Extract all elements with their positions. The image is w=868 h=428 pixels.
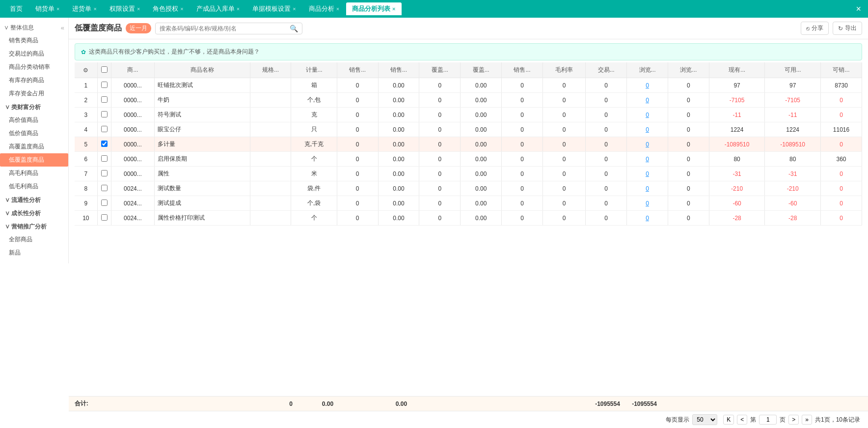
- row-spec: [250, 196, 291, 211]
- nav-close-role[interactable]: ×: [180, 6, 183, 12]
- sidebar-collapse-btn[interactable]: «: [61, 24, 64, 31]
- nav-home[interactable]: 首页: [4, 2, 28, 15]
- nav-close-permissions[interactable]: ×: [137, 6, 140, 12]
- nav-purchase[interactable]: 进货单 ×: [66, 2, 102, 15]
- row-name: 旺铺批次测试: [155, 78, 250, 93]
- next-page-btn[interactable]: >: [788, 415, 799, 425]
- table-row: 30000...符号测试克00.0000.0000000-11-110: [75, 108, 862, 122]
- date-tag[interactable]: 近一月: [126, 23, 151, 33]
- nav-product-analysis[interactable]: 商品分析 ×: [303, 2, 345, 15]
- per-page-select[interactable]: 20 50 100: [692, 414, 717, 425]
- nav-close-all-btn[interactable]: ×: [853, 4, 864, 14]
- row-checkbox[interactable]: [97, 181, 111, 196]
- row-view1[interactable]: 0: [627, 122, 668, 137]
- nav-close-analysis-list[interactable]: ×: [392, 6, 395, 12]
- sidebar-section-growth[interactable]: ∨ 成长性分析: [0, 206, 68, 220]
- row-sales-qty: 0: [337, 122, 378, 137]
- row-view2: 0: [668, 108, 709, 122]
- sidebar-item-high-coverage[interactable]: 高覆盖度商品: [0, 140, 68, 153]
- last-page-btn[interactable]: »: [802, 415, 812, 425]
- row-checkbox[interactable]: [97, 167, 111, 181]
- sidebar-item-capital[interactable]: 库存资金占用: [0, 87, 68, 100]
- page-label-before: 第: [750, 416, 756, 424]
- row-stock2: -7105: [765, 93, 821, 108]
- sidebar-item-high-margin[interactable]: 高毛利商品: [0, 167, 68, 180]
- row-trade: 0: [586, 108, 627, 122]
- row-unit: 克: [291, 108, 337, 122]
- row-checkbox[interactable]: [97, 108, 111, 122]
- table-row: 70000...属性米00.0000.0000000-31-310: [75, 167, 862, 181]
- nav-analysis-list[interactable]: 商品分析列表 ×: [346, 2, 401, 15]
- sidebar-section-liquidity[interactable]: ∨ 流通性分析: [0, 193, 68, 206]
- row-checkbox[interactable]: [97, 196, 111, 211]
- row-unit: 克,千克: [291, 137, 337, 152]
- row-stock1: 80: [709, 152, 765, 167]
- row-view1[interactable]: 0: [627, 137, 668, 152]
- first-page-btn[interactable]: K: [723, 415, 734, 425]
- row-checkbox[interactable]: [97, 93, 111, 108]
- sidebar-item-low-margin[interactable]: 低毛利商品: [0, 180, 68, 193]
- nav-template-settings[interactable]: 单据模板设置 ×: [246, 2, 301, 15]
- prev-page-btn[interactable]: <: [737, 415, 747, 425]
- sidebar: ∨ 整体信息 « 销售类商品 交易过的商品 商品分类动销率 有库存的商品 库存资…: [0, 18, 69, 263]
- nav-role-auth[interactable]: 角色授权 ×: [147, 2, 189, 15]
- sidebar-section-wealth[interactable]: ∨ 类财富分析: [0, 100, 68, 114]
- footer-stock2: -1095554: [626, 400, 663, 407]
- row-cover2: 0.00: [461, 167, 502, 181]
- sidebar-item-traded-products[interactable]: 交易过的商品: [0, 47, 68, 60]
- sidebar-item-high-value[interactable]: 高价值商品: [0, 114, 68, 127]
- row-num: 2: [75, 93, 97, 108]
- row-checkbox[interactable]: [97, 152, 111, 167]
- row-checkbox[interactable]: [97, 78, 111, 93]
- sidebar-item-all-products[interactable]: 全部商品: [0, 233, 68, 246]
- row-stock1: -60: [709, 196, 765, 211]
- row-view1[interactable]: 0: [627, 108, 668, 122]
- row-code: 0000...: [111, 137, 155, 152]
- data-table: ⚙ 商... 商品名称 规格... 计量... 销售... 销售... 覆盖..…: [75, 62, 862, 226]
- row-code: 0000...: [111, 108, 155, 122]
- row-view1[interactable]: 0: [627, 93, 668, 108]
- row-sellable: 360: [821, 152, 862, 167]
- sidebar-item-low-coverage[interactable]: 低覆盖度商品: [0, 153, 68, 167]
- nav-close-sales[interactable]: ×: [56, 6, 59, 12]
- nav-permissions[interactable]: 权限设置 ×: [104, 2, 146, 15]
- share-button[interactable]: ⎋ 分享: [801, 22, 829, 35]
- nav-sales-order[interactable]: 销货单 ×: [29, 2, 65, 15]
- select-all-checkbox[interactable]: [101, 66, 108, 73]
- sidebar-item-in-stock[interactable]: 有库存的商品: [0, 74, 68, 87]
- row-view1[interactable]: 0: [627, 211, 668, 226]
- col-stock2: 可用...: [765, 62, 821, 78]
- col-sales-qty: 销售...: [337, 62, 378, 78]
- export-button[interactable]: ↻ 导出: [833, 22, 862, 35]
- row-unit: 箱: [291, 78, 337, 93]
- nav-close-purchase[interactable]: ×: [93, 6, 96, 12]
- row-view1[interactable]: 0: [627, 152, 668, 167]
- row-sales-qty: 0: [337, 181, 378, 196]
- row-checkbox[interactable]: [97, 137, 111, 152]
- row-num: 1: [75, 78, 97, 93]
- row-spec: [250, 122, 291, 137]
- col-settings[interactable]: ⚙: [75, 62, 97, 78]
- row-name: 测试提成: [155, 196, 250, 211]
- row-checkbox[interactable]: [97, 122, 111, 137]
- sidebar-item-category-rate[interactable]: 商品分类动销率: [0, 60, 68, 74]
- page-number-input[interactable]: [759, 415, 777, 425]
- nav-close-warehouse[interactable]: ×: [237, 6, 240, 12]
- nav-close-template[interactable]: ×: [293, 6, 296, 12]
- main-layout: ∨ 整体信息 « 销售类商品 交易过的商品 商品分类动销率 有库存的商品 库存资…: [0, 18, 868, 428]
- sidebar-section-marketing[interactable]: ∨ 营销推广分析: [0, 220, 68, 233]
- row-view1[interactable]: 0: [627, 196, 668, 211]
- row-view1[interactable]: 0: [627, 181, 668, 196]
- nav-product-warehouse[interactable]: 产成品入库单 ×: [190, 2, 245, 15]
- row-view1[interactable]: 0: [627, 167, 668, 181]
- row-stock1: -7105: [709, 93, 765, 108]
- row-view1[interactable]: 0: [627, 78, 668, 93]
- row-spec: [250, 108, 291, 122]
- nav-close-analysis[interactable]: ×: [336, 6, 339, 12]
- row-checkbox[interactable]: [97, 211, 111, 226]
- sidebar-item-low-value[interactable]: 低价值商品: [0, 127, 68, 140]
- sidebar-item-sales-products[interactable]: 销售类商品: [0, 34, 68, 47]
- sidebar-item-new-products[interactable]: 新品: [0, 246, 68, 259]
- search-icon[interactable]: 🔍: [290, 25, 298, 32]
- search-input[interactable]: [160, 25, 290, 32]
